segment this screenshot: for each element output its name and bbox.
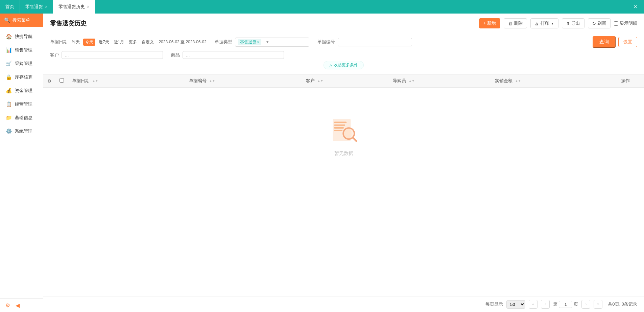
filter-row-1: 单据日期 昨天 今天 近7天 近1月 更多 自定义 2023-06-02 至 2… [50, 36, 637, 48]
show-detail-checkbox-label[interactable]: 显示明细 [614, 20, 637, 26]
th-actions-label: 操作 [621, 78, 630, 83]
delete-icon: 🗑 [508, 21, 512, 26]
date-range-display: 2023-06-02 至 2023-06-02 [159, 39, 206, 45]
tab-retail-return-history-close[interactable]: × [87, 4, 89, 9]
sidebar: 🔍 搜索菜单 🏠 快捷导航 📊 销售管理 🛒 采购管理 🔒 库存核算 💰 [0, 14, 43, 312]
voucher-type-tag: 零售退货 × [238, 39, 261, 45]
voucher-type-filter-label: 单据类型 [215, 39, 232, 45]
search-menu-button[interactable]: 🔍 搜索菜单 [0, 14, 43, 27]
voucher-type-input[interactable]: 零售退货 × ▼ [235, 38, 309, 47]
th-no-label: 单据编号 [189, 78, 207, 83]
window-close-button[interactable]: × [634, 4, 637, 10]
show-detail-checkbox[interactable] [614, 21, 618, 26]
export-label: 导出 [571, 20, 580, 26]
delete-button[interactable]: 🗑 删除 [504, 18, 527, 28]
column-settings-icon[interactable]: ⚙ [47, 79, 51, 84]
page-size-label: 每页显示 [485, 301, 503, 307]
th-no[interactable]: 单据编号 ▲▼ [185, 74, 302, 88]
svg-rect-4 [334, 130, 342, 131]
page-size-select[interactable]: 50 100 200 [506, 300, 525, 309]
print-button[interactable]: 🖨 打印 ▼ [530, 18, 558, 28]
main-layout: 🔍 搜索菜单 🏠 快捷导航 📊 销售管理 🛒 采购管理 🔒 库存核算 💰 [0, 14, 644, 312]
finance-icon: 💰 [5, 87, 12, 94]
voucher-type-dropdown-icon[interactable]: ▼ [263, 40, 269, 44]
sidebar-item-operations[interactable]: 📋 经营管理 [0, 97, 43, 111]
svg-point-7 [345, 130, 352, 137]
voucher-no-filter-item: 单据编号 [317, 38, 412, 46]
th-date-sort: ▲▼ [92, 80, 98, 83]
sidebar-item-sales-mgmt[interactable]: 📊 销售管理 [0, 43, 43, 57]
settings-bottom-icon[interactable]: ⚙ [5, 302, 10, 309]
quick-nav-icon: 🏠 [5, 33, 12, 40]
sidebar-item-quick-nav[interactable]: 🏠 快捷导航 [0, 30, 43, 43]
next-page-button[interactable]: › [581, 300, 590, 309]
tab-retail-return-label: 零售退货 [25, 4, 43, 10]
search-menu-label: 搜索菜单 [13, 17, 30, 23]
date-btn-custom[interactable]: 自定义 [140, 39, 155, 46]
refresh-button[interactable]: ↻ 刷新 [588, 18, 611, 28]
tab-home-label: 首页 [5, 4, 14, 10]
th-settings[interactable]: ⚙ [43, 74, 55, 88]
page-title: 零售退货历史 [50, 19, 87, 27]
customer-input[interactable]: … [62, 51, 163, 59]
first-page-button[interactable]: « [529, 300, 538, 309]
sidebar-item-basic-info[interactable]: 📁 基础信息 [0, 111, 43, 125]
th-date[interactable]: 单据日期 ▲▼ [68, 74, 185, 88]
date-btn-yesterday[interactable]: 昨天 [70, 39, 81, 46]
tab-retail-return-history[interactable]: 零售退货历史 × [53, 0, 95, 14]
table-header-row: ⚙ 单据日期 ▲▼ 单据编号 ▲▼ [43, 74, 644, 88]
system-mgmt-icon: ⚙️ [5, 128, 12, 135]
settings-button[interactable]: 设置 [618, 37, 637, 47]
sidebar-item-quick-nav-label: 快捷导航 [15, 34, 32, 40]
date-btn-7days[interactable]: 近7天 [97, 39, 111, 46]
sidebar-item-inventory[interactable]: 🔒 库存核算 [0, 70, 43, 84]
th-customer[interactable]: 客户 ▲▼ [302, 74, 389, 88]
th-amount[interactable]: 实销金额 ▲▼ [491, 74, 617, 88]
empty-state-row: 暂无数据 [43, 88, 644, 184]
page-input-wrap: 第 页 [553, 301, 578, 308]
new-button[interactable]: + 新增 [479, 18, 500, 28]
query-button[interactable]: 查询 [593, 36, 616, 48]
th-no-sort: ▲▼ [209, 80, 215, 83]
page-number-input[interactable] [559, 301, 572, 308]
th-amount-sort: ▲▼ [515, 80, 521, 83]
last-page-button[interactable]: » [594, 300, 602, 309]
date-btn-1month[interactable]: 近1月 [113, 39, 126, 46]
goods-filter-label: 商品 [171, 52, 180, 58]
page-unit-label: 页 [574, 301, 578, 307]
collapse-label: 收起更多条件 [334, 62, 358, 68]
sidebar-item-purchase-mgmt[interactable]: 🛒 采购管理 [0, 57, 43, 70]
th-checkbox[interactable] [55, 74, 68, 88]
delete-label: 删除 [514, 20, 523, 26]
table-body: 暂无数据 [43, 88, 644, 184]
prev-page-button[interactable]: ‹ [541, 300, 550, 309]
svg-rect-3 [334, 127, 344, 129]
voucher-type-tag-close[interactable]: × [257, 40, 259, 44]
voucher-type-tag-text: 零售退货 [240, 39, 256, 45]
collapse-icon: △ [329, 63, 332, 68]
collapse-button[interactable]: △ 收起更多条件 [324, 61, 364, 69]
tab-retail-return-history-label: 零售退货历史 [58, 4, 85, 10]
th-guide[interactable]: 导购员 ▲▼ [389, 74, 491, 88]
print-icon: 🖨 [535, 21, 539, 26]
date-btn-today[interactable]: 今天 [83, 39, 95, 46]
window-controls: × [634, 4, 637, 10]
voucher-no-input[interactable] [338, 38, 412, 46]
date-filter-group: 昨天 今天 近7天 近1月 更多 自定义 2023-06-02 至 2023-0… [70, 39, 207, 46]
tab-retail-return[interactable]: 零售退货 × [20, 0, 53, 14]
th-customer-label: 客户 [306, 78, 315, 83]
goods-input[interactable]: … [183, 51, 284, 59]
sidebar-item-finance[interactable]: 💰 资金管理 [0, 84, 43, 97]
tab-home[interactable]: 首页 [0, 0, 20, 14]
collapse-sidebar-icon[interactable]: ◀ [16, 302, 20, 309]
voucher-type-filter-item: 单据类型 零售退货 × ▼ [215, 38, 309, 47]
sidebar-item-system-mgmt[interactable]: ⚙️ 系统管理 [0, 125, 43, 138]
show-detail-label: 显示明细 [620, 20, 637, 26]
date-btn-more[interactable]: 更多 [127, 39, 138, 46]
export-button[interactable]: ⬆ 导出 [562, 18, 585, 28]
select-all-checkbox[interactable] [59, 78, 64, 83]
inventory-icon: 🔒 [5, 74, 12, 81]
filter-area: 单据日期 昨天 今天 近7天 近1月 更多 自定义 2023-06-02 至 2… [43, 32, 644, 74]
tab-retail-return-close[interactable]: × [45, 4, 47, 9]
date-filter-item: 单据日期 昨天 今天 近7天 近1月 更多 自定义 2023-06-02 至 2… [50, 39, 207, 46]
